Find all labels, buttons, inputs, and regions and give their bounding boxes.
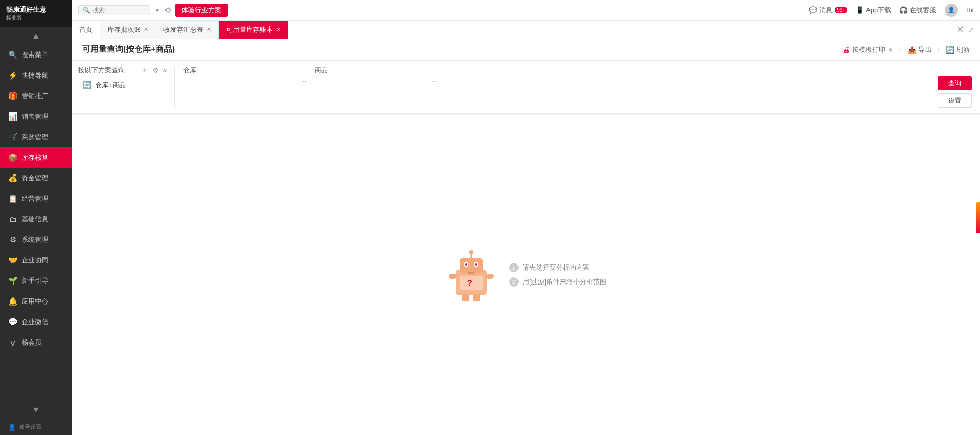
refresh-btn[interactable]: 🔄 刷新 [946,45,970,54]
setting-btn[interactable]: 设置 [938,93,972,108]
headset-icon: 🎧 [899,6,908,14]
sidebar-item-marketing[interactable]: 🎁 营销推广 [0,86,72,106]
tab-close-icon[interactable]: ✕ [207,26,211,33]
gear-icon[interactable]: ⚙ [164,6,171,15]
tab-available[interactable]: 可用量库存账本 ✕ [219,21,288,39]
export-icon: 📤 [908,46,916,54]
right-scroll-hint [976,202,980,233]
sidebar-scroll-down[interactable]: ▼ [0,401,72,419]
app-title: 畅康通好生意 [6,5,66,14]
empty-robot-illustration: ? [446,249,497,300]
svg-point-7 [469,250,473,254]
print-icon: 🖨 [843,46,850,54]
username[interactable]: Rit [966,7,974,14]
sidebar-item-label: 企业协同 [22,256,48,265]
warehouse-label: 仓库 [183,66,306,75]
shortcut-icon: ⚡ [8,71,17,80]
app-download-label: App下载 [866,6,891,15]
tab-home[interactable]: 首页 [72,21,100,39]
separator: | [938,46,939,53]
sidebar-item-inventory[interactable]: 📦 库存核算 [0,147,72,168]
message-icon: 💬 [809,6,817,14]
topbar-search-box[interactable]: 🔍 [78,5,150,15]
add-scheme-btn[interactable]: ＋ [140,66,149,75]
query-left-header: 按以下方案查询 ＋ ⚙ « [78,66,168,75]
product-more-btn[interactable]: ··· [433,78,438,85]
sidebar-item-finance[interactable]: 💰 资金管理 [0,168,72,188]
tabs-bar-controls: ✕ ⤢ [951,21,980,39]
print-btn[interactable]: 🖨 按模板打印 ▼ [843,45,893,54]
search-input[interactable] [93,7,144,14]
export-btn[interactable]: 📤 导出 [908,45,932,54]
export-label: 导出 [918,45,932,54]
message-btn[interactable]: 💬 消息 99+ [809,6,847,15]
sidebar-item-appcenter[interactable]: 🔔 应用中心 [0,291,72,312]
expand-tabs-btn[interactable]: ⤢ [968,26,974,34]
separator: | [899,46,901,53]
product-input-wrap: ··· [315,77,438,87]
tab-batch[interactable]: 库存批次账 ✕ [100,21,156,39]
chevron-down-icon[interactable]: ▼ [887,47,893,53]
tab-close-icon[interactable]: ✕ [276,26,281,33]
sidebar-item-shortcut[interactable]: ⚡ 快捷导航 [0,65,72,86]
product-input[interactable] [315,77,430,85]
warehouse-more-btn[interactable]: ··· [301,78,306,85]
svg-rect-11 [473,294,480,301]
close-all-tabs-btn[interactable]: ✕ [957,25,964,34]
app-download-btn[interactable]: 📱 App下载 [856,6,891,15]
tabs-bar: 首页 库存批次账 ✕ 收发存汇总表 ✕ 可用量库存账本 ✕ ✕ ⤢ [72,21,980,39]
money-icon: 💰 [8,174,17,183]
industry-btn[interactable]: 体验行业方案 [175,4,228,17]
phone-icon: 📱 [856,6,864,14]
sidebar-item-search[interactable]: 🔍 搜索菜单 [0,45,72,65]
query-left-actions: ＋ ⚙ « [140,66,168,75]
clipboard-icon: 📋 [8,194,17,203]
avatar-placeholder: 👤 [948,7,955,13]
query-right-actions: 查询 设置 [938,66,972,108]
topbar-right: 💬 消息 99+ 📱 App下载 🎧 在线客服 👤 Rit [809,4,974,17]
sidebar-item-label: 快捷导航 [22,71,48,80]
sidebar-item-label: 新手引导 [22,276,48,286]
sidebar-scroll-up[interactable]: ▲ [0,27,72,45]
online-service-label: 在线客服 [910,6,936,15]
sidebar-footer[interactable]: 👤 账号设置 [0,419,72,435]
page-title: 可用量查询(按仓库+商品) [82,44,175,55]
seedling-icon: 🌱 [8,276,17,286]
tip-text-2: 用[过滤]条件来缩小分析范围 [523,277,606,287]
footer-text: 账号设置 [19,423,42,431]
scheme-icon: 🔄 [82,81,92,90]
sidebar-item-label: 系统管理 [22,235,48,244]
svg-text:?: ? [467,279,472,288]
avatar[interactable]: 👤 [945,4,958,17]
tab-summary[interactable]: 收发存汇总表 ✕ [156,21,219,39]
folder-icon: 🗂 [8,215,17,224]
query-btn[interactable]: 查询 [938,76,972,90]
warehouse-input[interactable] [183,77,298,85]
edit-scheme-btn[interactable]: ⚙ [151,66,160,74]
sidebar-item-basic[interactable]: 🗂 基础信息 [0,209,72,230]
sidebar-item-operations[interactable]: 📋 经营管理 [0,188,72,209]
collapse-btn[interactable]: « [162,66,168,74]
sidebar-item-label: 畅会员 [22,338,42,347]
search-icon: 🔍 [83,7,90,14]
sidebar-item-label: 经营管理 [22,194,48,203]
query-right: 仓库 ··· 商品 ··· 查询 设置 [175,66,980,108]
scheme-item-warehouse[interactable]: 🔄 仓库+商品 [78,78,168,92]
message-label: 消息 [819,6,833,15]
refresh-label: 刷新 [956,45,970,54]
query-field-warehouse: 仓库 ··· [183,66,306,87]
sidebar-item-newuser[interactable]: 🌱 新手引导 [0,271,72,291]
tab-close-icon[interactable]: ✕ [144,26,149,33]
chevron-down-icon[interactable]: ▼ [154,7,160,14]
sidebar-item-member[interactable]: V 畅会员 [0,332,72,353]
sidebar-item-enterprise[interactable]: 🤝 企业协同 [0,250,72,271]
query-section-label: 按以下方案查询 [78,66,125,75]
query-left: 按以下方案查询 ＋ ⚙ « 🔄 仓库+商品 [72,66,175,108]
sidebar-item-purchase[interactable]: 🛒 采购管理 [0,127,72,147]
sidebar-item-sales[interactable]: 📊 销售管理 [0,106,72,127]
sidebar-item-wechat[interactable]: 💬 企业微信 [0,312,72,332]
online-service-btn[interactable]: 🎧 在线客服 [899,6,936,15]
sidebar-item-system[interactable]: ⚙ 系统管理 [0,230,72,250]
sidebar-item-label: 销售管理 [22,112,48,121]
empty-state: ? 1 请先选择要分析的方案 2 用[过滤]条件来缩小分析范围 [72,115,980,435]
